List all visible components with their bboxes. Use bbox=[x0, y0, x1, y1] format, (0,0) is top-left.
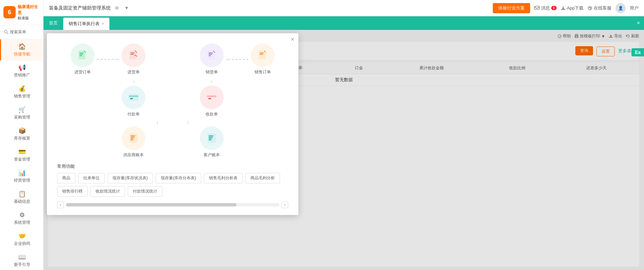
xiaohuodindan-icon bbox=[251, 43, 275, 67]
quick-nav-modal: × 进货订单 bbox=[47, 33, 298, 215]
svg-rect-15 bbox=[80, 55, 82, 56]
user-menu-button[interactable]: 用户 bbox=[630, 5, 639, 11]
settings-icon: ⚙ bbox=[19, 211, 25, 219]
finance-icon: 💳 bbox=[18, 148, 26, 156]
svg-line-1 bbox=[7, 33, 8, 34]
sidebar-search[interactable]: 搜索菜单 bbox=[0, 25, 43, 39]
xiaohuo-icon bbox=[200, 43, 224, 67]
main-area: 装备及固定资产辅助管理系统 ⚙ ▼ 体验行业方案 消息 6 App下载 在线客服 bbox=[43, 0, 644, 270]
common-functions: 常用功能 商品 往来单位 现存量(库存状况表) 现存量(库存分布表) 销售毛利分… bbox=[57, 160, 288, 197]
sidebar-item-cooperation[interactable]: 🤝 企业协同 bbox=[0, 229, 43, 250]
logo-icon: 6 bbox=[3, 6, 16, 18]
svg-rect-36 bbox=[130, 140, 133, 140]
arrow-1: › bbox=[94, 56, 122, 62]
logo-area: 6 畅康通好生意 标准版 bbox=[0, 0, 43, 25]
func-btn-stock-status[interactable]: 现存量(库存状况表) bbox=[107, 173, 153, 183]
svg-rect-23 bbox=[259, 51, 265, 59]
svg-rect-20 bbox=[209, 53, 213, 53]
modal-close-button[interactable]: × bbox=[291, 36, 294, 43]
func-btn-goods[interactable]: 商品 bbox=[57, 173, 75, 183]
svg-rect-12 bbox=[79, 51, 85, 59]
sidebar-item-baseinfo[interactable]: 📋 基础信息 bbox=[0, 187, 43, 208]
flow-item-jinhuodindan[interactable]: 进货订单 bbox=[71, 43, 94, 75]
search-menu-button[interactable]: 搜索菜单 bbox=[3, 28, 40, 36]
tab-home[interactable]: 首页 bbox=[43, 16, 63, 30]
online-service-button[interactable]: 在线客服 bbox=[588, 5, 611, 11]
func-btn-partner[interactable]: 往来单位 bbox=[78, 173, 105, 183]
func-btn-sales-gross[interactable]: 销售毛利分析表 bbox=[204, 173, 243, 183]
jinhuo-icon bbox=[122, 43, 145, 67]
flow-item-kehu[interactable]: 客户账本 bbox=[200, 126, 224, 158]
flow-row-1: 进货订单 › 进货单 bbox=[57, 40, 288, 78]
func-btn-goods-gross[interactable]: 商品毛利分析 bbox=[245, 173, 280, 183]
svg-rect-29 bbox=[207, 94, 216, 101]
sidebar-item-guide[interactable]: 📖 新手引导 bbox=[0, 250, 43, 270]
scroll-area: ‹ › bbox=[57, 201, 288, 208]
flow-item-fukuan[interactable]: 付款单 bbox=[122, 86, 145, 117]
home-icon: 🏠 bbox=[18, 43, 26, 50]
svg-rect-39 bbox=[209, 137, 213, 138]
svg-rect-25 bbox=[260, 54, 263, 55]
sidebar-item-quicknav[interactable]: 🏠 快捷导航 bbox=[0, 39, 43, 60]
svg-rect-33 bbox=[130, 136, 135, 136]
management-icon: 📊 bbox=[18, 169, 26, 177]
sidebar-item-purchase[interactable]: 🛒 采购管理 bbox=[0, 103, 43, 124]
svg-rect-35 bbox=[130, 138, 134, 139]
svg-rect-24 bbox=[260, 53, 264, 53]
sidebar-item-sales[interactable]: 💰 销售管理 bbox=[0, 82, 43, 103]
purchase-icon: 🛒 bbox=[18, 106, 26, 113]
flow-item-xiaohuo[interactable]: 销货单 bbox=[200, 43, 224, 75]
function-buttons-row2: 销售排行榜 收款情况统计 付款情况统计 bbox=[57, 186, 288, 197]
svg-rect-17 bbox=[130, 53, 135, 53]
sidebar-item-marketing[interactable]: 📢 营销推广 bbox=[0, 60, 43, 82]
arrow-2: ‹ bbox=[224, 56, 251, 62]
content-area: ? 帮助 按模板打印 ▼ 导出 刷新 bbox=[43, 30, 644, 270]
flow-item-shoukuan[interactable]: 收款单 bbox=[200, 86, 224, 117]
svg-rect-30 bbox=[207, 95, 216, 97]
experience-button[interactable]: 体验行业方案 bbox=[493, 3, 530, 13]
svg-rect-27 bbox=[129, 95, 138, 97]
modal-overlay[interactable]: × 进货订单 bbox=[43, 30, 644, 270]
flow-diagram: 进货订单 › 进货单 bbox=[57, 40, 288, 160]
message-button[interactable]: 消息 6 bbox=[534, 5, 557, 11]
tab-bar: 首页 销售订单执行表 × × bbox=[43, 16, 644, 30]
system-settings-button[interactable]: ⚙ bbox=[114, 4, 120, 12]
svg-rect-40 bbox=[209, 138, 212, 139]
app-download-button[interactable]: App下载 bbox=[561, 5, 584, 11]
svg-rect-41 bbox=[209, 140, 211, 140]
function-buttons: 商品 往来单位 现存量(库存状况表) 现存量(库存分布表) 销售毛利分析表 商品… bbox=[57, 173, 288, 183]
svg-rect-21 bbox=[209, 54, 212, 55]
svg-point-5 bbox=[590, 9, 590, 9]
sidebar: 6 畅康通好生意 标准版 搜索菜单 🏠 快捷导航 📢 营销推广 💰 bbox=[0, 0, 43, 270]
func-btn-stock-dist[interactable]: 现存量(库存分布表) bbox=[156, 173, 201, 183]
sidebar-item-finance[interactable]: 💳 资金管理 bbox=[0, 145, 43, 166]
flow-item-xiaohuodindan[interactable]: 销售订单 bbox=[251, 43, 275, 75]
func-btn-receipt-stat[interactable]: 收款情况统计 bbox=[90, 186, 125, 197]
flow-item-jinhuo[interactable]: 进货单 bbox=[122, 43, 145, 75]
scroll-right-button[interactable]: › bbox=[281, 201, 288, 208]
baseinfo-icon: 📋 bbox=[18, 190, 26, 198]
svg-rect-19 bbox=[208, 51, 214, 59]
svg-rect-34 bbox=[130, 137, 135, 138]
svg-rect-18 bbox=[130, 54, 134, 55]
top-bar: 装备及固定资产辅助管理系统 ⚙ ▼ 体验行业方案 消息 6 App下载 在线客服 bbox=[43, 0, 644, 16]
system-dropdown-button[interactable]: ▼ bbox=[123, 4, 130, 12]
tab-bar-close-button[interactable]: × bbox=[637, 20, 640, 26]
func-btn-payment-stat[interactable]: 付款情况统计 bbox=[128, 186, 162, 197]
sidebar-item-system[interactable]: ⚙ 系统管理 bbox=[0, 208, 43, 229]
top-bar-left: 装备及固定资产辅助管理系统 ⚙ ▼ bbox=[49, 4, 130, 12]
func-btn-sales-rank[interactable]: 销售排行榜 bbox=[57, 186, 88, 197]
flow-item-gongyingshang[interactable]: 供应商账本 bbox=[122, 126, 145, 158]
flow-row-2: 付款单 收款单 bbox=[57, 84, 288, 119]
sidebar-item-inventory[interactable]: 📦 库存核算 bbox=[0, 124, 43, 145]
sidebar-item-management[interactable]: 📊 经营管理 bbox=[0, 166, 43, 187]
system-title: 装备及固定资产辅助管理系统 bbox=[49, 5, 111, 11]
tab-close-button[interactable]: × bbox=[102, 21, 104, 26]
svg-rect-28 bbox=[130, 98, 133, 99]
scroll-left-button[interactable]: ‹ bbox=[57, 201, 64, 208]
sales-icon: 💰 bbox=[18, 85, 26, 92]
inventory-icon: 📦 bbox=[18, 127, 26, 134]
svg-rect-22 bbox=[209, 55, 211, 56]
tab-sales-order[interactable]: 销售订单执行表 × bbox=[63, 18, 109, 30]
svg-rect-26 bbox=[129, 94, 138, 101]
